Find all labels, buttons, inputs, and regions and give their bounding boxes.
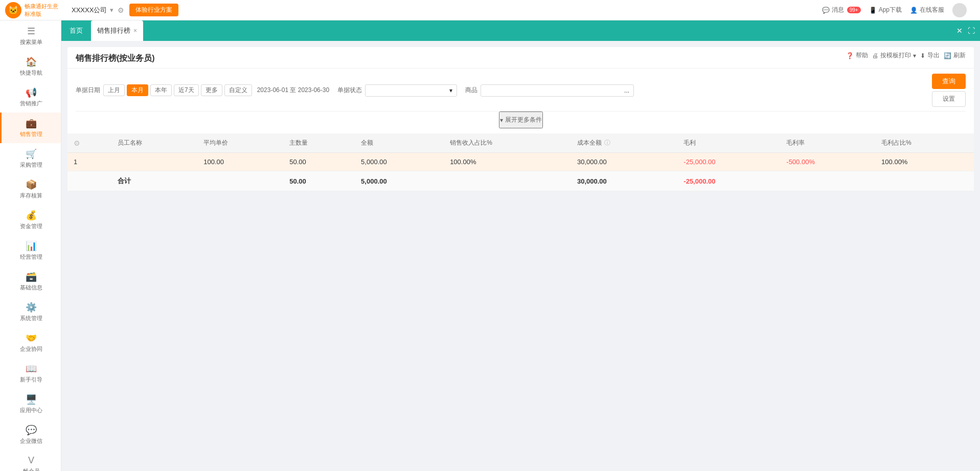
- query-btn[interactable]: 查询: [932, 74, 966, 89]
- sidebar-item-label-13: 企业微信: [20, 437, 42, 445]
- sidebar-item-label-5: 库存核算: [20, 192, 42, 199]
- sidebar-item-10[interactable]: 🤝 企业协同: [0, 327, 61, 358]
- sidebar-item-label-2: 营销推广: [20, 100, 42, 107]
- sidebar-item-12[interactable]: 🖥️ 应用中心: [0, 389, 61, 419]
- cell-cost: 30,000.00: [571, 153, 677, 171]
- main-area: ☰ 搜索菜单 🏠 快捷导航 📢 营销推广 💼 销售管理 🛒 采购管理 📦 库存核…: [0, 20, 980, 471]
- avatar[interactable]: [952, 3, 967, 17]
- page-header: 销售排行榜(按业务员) ❓ 帮助 🖨 按模板打印 ▾ ⬇: [67, 47, 974, 68]
- sidebar-item-7[interactable]: 📊 经营管理: [0, 235, 61, 266]
- footer-row: 合计 50.00 5,000.00 30,000.00 -25,000.00: [67, 171, 974, 191]
- sidebar-item-0[interactable]: ☰ 搜索菜单: [0, 20, 61, 51]
- footer-cell-gross-rate: [780, 171, 875, 191]
- online-service-label: 在线客服: [920, 6, 944, 14]
- tab-close-icon[interactable]: ×: [133, 27, 137, 34]
- page-title: 销售排行榜(按业务员): [76, 54, 155, 62]
- status-filter-label: 单据状态: [337, 86, 362, 95]
- sidebar-item-3[interactable]: 💼 销售管理: [0, 113, 61, 143]
- cell-rank: 1: [67, 153, 111, 171]
- status-filter: 单据状态 ▾: [337, 84, 457, 97]
- settings-btn[interactable]: 设置: [932, 91, 966, 107]
- sidebar-item-icon-3: 💼: [26, 118, 37, 129]
- cell-gross-ratio: 100.00%: [875, 153, 974, 171]
- sidebar-item-1[interactable]: 🏠 快捷导航: [0, 51, 61, 82]
- sidebar-item-label-3: 销售管理: [20, 130, 42, 138]
- sidebar-item-icon-2: 📢: [26, 87, 37, 98]
- export-btn[interactable]: ⬇ 导出: [920, 51, 940, 60]
- app-wrapper: 🐱 畅康通好生意 标准版 XXXXX公司 ▾ ⚙ 体验行业方案 💬 消息 99+…: [0, 0, 980, 471]
- sidebar-item-2[interactable]: 📢 营销推广: [0, 82, 61, 113]
- sidebar-item-label-9: 系统管理: [20, 315, 42, 322]
- tab-active-label: 销售排行榜: [97, 26, 130, 35]
- date-btn-上月[interactable]: 上月: [103, 84, 125, 96]
- th-name: 员工名称: [111, 133, 197, 153]
- sidebar-item-label-11: 新手引导: [20, 376, 42, 384]
- logo-icon: 🐱: [5, 2, 21, 18]
- tab-bar-right: ✕ ⛶: [956, 27, 980, 35]
- expand-btn[interactable]: ▾ 展开更多条件: [499, 111, 543, 128]
- goods-select[interactable]: ...: [481, 84, 634, 97]
- sidebar-item-label-10: 企业协同: [20, 345, 42, 353]
- goods-select-dots: ...: [624, 87, 629, 94]
- sidebar-item-8[interactable]: 🗃️ 基础信息: [0, 266, 61, 297]
- company-selector[interactable]: XXXXX公司 ▾: [72, 6, 113, 15]
- tab-bar-expand-icon[interactable]: ⛶: [968, 27, 975, 35]
- date-range: 2023-06-01 至 2023-06-30: [257, 86, 329, 95]
- app-download-group[interactable]: 📱 App下载: [869, 6, 902, 14]
- date-btn-本月[interactable]: 本月: [127, 84, 148, 96]
- table-settings-icon[interactable]: ⚙: [74, 139, 80, 147]
- top-bar: 🐱 畅康通好生意 标准版 XXXXX公司 ▾ ⚙ 体验行业方案 💬 消息 99+…: [0, 0, 980, 20]
- sidebar-item-14[interactable]: V 畅会员: [0, 450, 61, 471]
- date-filter: 单据日期 上月本月本年近7天更多自定义 2023-06-01 至 2023-06…: [76, 84, 329, 96]
- help-btn[interactable]: ❓ 帮助: [846, 51, 868, 60]
- app-download-label: App下载: [879, 6, 902, 14]
- expand-icon: ▾: [500, 117, 503, 124]
- sidebar-item-4[interactable]: 🛒 采购管理: [0, 143, 61, 174]
- sidebar-item-5[interactable]: 📦 库存核算: [0, 174, 61, 205]
- cell-sales-ratio: 100.00%: [444, 153, 571, 171]
- tab-bar-close-icon[interactable]: ✕: [956, 27, 963, 35]
- sidebar-item-icon-9: ⚙️: [26, 302, 37, 313]
- th-avg-price: 平均单价: [197, 133, 283, 153]
- sidebar-item-13[interactable]: 💬 企业微信: [0, 419, 61, 450]
- sidebar-item-icon-10: 🤝: [26, 332, 37, 344]
- message-badge: 99+: [847, 7, 861, 13]
- sidebar-item-icon-11: 📖: [26, 363, 37, 374]
- sidebar-item-9[interactable]: ⚙️ 系统管理: [0, 297, 61, 327]
- th-gross-rate: 毛利率: [780, 133, 875, 153]
- date-btn-本年[interactable]: 本年: [150, 84, 172, 96]
- settings-icon[interactable]: ⚙: [118, 6, 124, 14]
- footer-cell-label: 合计: [111, 171, 197, 191]
- sidebar-item-label-1: 快捷导航: [20, 69, 42, 77]
- date-btn-group: 上月本月本年近7天更多自定义: [103, 84, 252, 96]
- sidebar-item-6[interactable]: 💰 资金管理: [0, 205, 61, 235]
- online-service-group[interactable]: 👤 在线客服: [910, 6, 944, 14]
- sidebar-item-label-8: 基础信息: [20, 284, 42, 291]
- tab-home[interactable]: 首页: [61, 20, 91, 41]
- sidebar-item-icon-0: ☰: [27, 26, 35, 37]
- message-group[interactable]: 💬 消息 99+: [822, 6, 861, 14]
- filter-area: 单据日期 上月本月本年近7天更多自定义 2023-06-01 至 2023-06…: [67, 68, 974, 133]
- footer-cell-avg-price: [197, 171, 283, 191]
- tab-active[interactable]: 销售排行榜 ×: [91, 20, 143, 41]
- th-qty: 主数量: [283, 133, 355, 153]
- date-btn-近7天[interactable]: 近7天: [174, 84, 199, 96]
- print-btn[interactable]: 🖨 按模板打印 ▾: [872, 51, 916, 60]
- sidebar-item-icon-5: 📦: [26, 179, 37, 190]
- date-btn-自定义[interactable]: 自定义: [224, 84, 252, 96]
- cell-avg-price: 100.00: [197, 153, 283, 171]
- refresh-btn[interactable]: 🔄 刷新: [944, 51, 966, 60]
- trial-btn[interactable]: 体验行业方案: [129, 4, 178, 16]
- company-dropdown-icon[interactable]: ▾: [110, 6, 113, 14]
- right-action-col: 查询 设置: [932, 74, 966, 107]
- sidebar-item-11[interactable]: 📖 新手引导: [0, 358, 61, 389]
- th-cost: 成本全额 ⓘ: [571, 133, 677, 153]
- goods-filter-label: 商品: [465, 86, 477, 95]
- footer-cell-gross: -25,000.00: [677, 171, 780, 191]
- expand-row: ▾ 展开更多条件: [76, 111, 966, 128]
- cost-info-icon[interactable]: ⓘ: [604, 139, 610, 146]
- sidebar-item-label-14: 畅会员: [23, 467, 40, 471]
- date-btn-更多[interactable]: 更多: [201, 84, 222, 96]
- status-select[interactable]: ▾: [365, 84, 457, 97]
- footer-cell-empty: [67, 171, 111, 191]
